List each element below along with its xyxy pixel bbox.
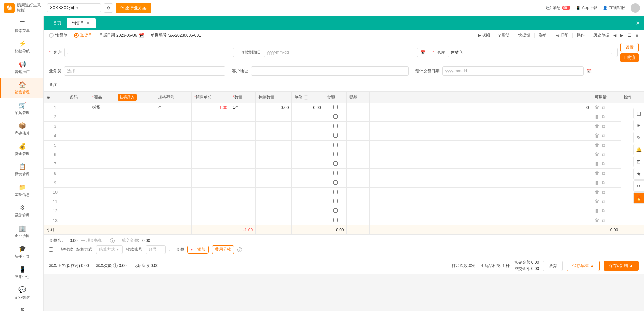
- list-view-btn[interactable]: ☰: [628, 33, 631, 38]
- float-btn-7[interactable]: ✂: [633, 180, 644, 192]
- avatar[interactable]: [631, 3, 640, 13]
- row-gift-checkbox[interactable]: [324, 188, 347, 197]
- print-btn[interactable]: 🖨 打印: [555, 32, 568, 38]
- radio-return[interactable]: 退货单: [74, 32, 92, 38]
- row-product[interactable]: [89, 122, 115, 131]
- customer-addr-input[interactable]: ...: [251, 66, 408, 76]
- note-input[interactable]: [60, 80, 639, 89]
- delete-icon[interactable]: 🗑: [595, 161, 599, 166]
- delete-icon[interactable]: 🗑: [595, 105, 599, 110]
- copy-icon[interactable]: ⧉: [602, 180, 605, 185]
- row-unit[interactable]: [155, 188, 191, 197]
- row-gift-checkbox[interactable]: [324, 197, 347, 206]
- global-settings-button[interactable]: ⚙: [104, 3, 113, 13]
- row-product[interactable]: [89, 159, 115, 169]
- row-unit[interactable]: [155, 178, 191, 188]
- row-amount[interactable]: [292, 216, 324, 225]
- delete-icon[interactable]: 🗑: [595, 218, 599, 223]
- row-qty[interactable]: [191, 206, 230, 216]
- expected-date-calendar-icon[interactable]: 📅: [586, 69, 592, 73]
- account-select[interactable]: 账号: [146, 245, 166, 254]
- row-pkg-qty[interactable]: [230, 216, 255, 225]
- delete-icon[interactable]: 🗑: [595, 208, 599, 213]
- row-amount[interactable]: [292, 206, 324, 216]
- float-btn-8[interactable]: 🔥: [633, 192, 644, 204]
- copy-icon[interactable]: ⧉: [602, 114, 605, 119]
- expected-date-input[interactable]: yyyy-mm-dd: [442, 66, 584, 76]
- row-qty[interactable]: [191, 169, 230, 178]
- float-btn-1[interactable]: ◫: [633, 108, 644, 119]
- row-amount[interactable]: [292, 178, 324, 188]
- row-qty[interactable]: [191, 159, 230, 169]
- row-pkg-qty[interactable]: [230, 131, 255, 141]
- row-spec[interactable]: [115, 178, 155, 188]
- row-spec[interactable]: [115, 141, 155, 150]
- tab-sale-order[interactable]: 销售单 ✕: [67, 18, 96, 28]
- company-selector[interactable]: XXXXXX公司 ▼: [47, 3, 101, 12]
- delete-icon[interactable]: 🗑: [595, 152, 599, 157]
- row-gift-checkbox[interactable]: [324, 122, 347, 131]
- shortcut-btn[interactable]: 快捷键: [518, 32, 530, 38]
- row-spec[interactable]: [115, 169, 155, 178]
- history-btn[interactable]: 历史单据: [593, 32, 609, 38]
- row-spec[interactable]: [115, 206, 155, 216]
- operation-btn[interactable]: 操作: [577, 32, 585, 38]
- row-amount[interactable]: [292, 112, 324, 122]
- app-download-button[interactable]: 📱 App下载: [576, 5, 597, 11]
- sidebar-item-search[interactable]: ☰ 搜索菜单: [0, 16, 43, 37]
- row-spec[interactable]: [115, 122, 155, 131]
- row-product[interactable]: [89, 112, 115, 122]
- row-unit-price[interactable]: [256, 169, 292, 178]
- row-qty[interactable]: [191, 131, 230, 141]
- row-unit-price[interactable]: [256, 216, 292, 225]
- row-pkg-qty[interactable]: [230, 178, 255, 188]
- row-gift-checkbox[interactable]: [324, 103, 347, 112]
- copy-icon[interactable]: ⧉: [602, 161, 605, 166]
- row-pkg-qty[interactable]: [230, 141, 255, 150]
- warehouse-input[interactable]: 建材仓 ...: [448, 48, 618, 57]
- delete-icon[interactable]: 🗑: [595, 114, 599, 119]
- row-product[interactable]: [89, 206, 115, 216]
- row-product[interactable]: [89, 141, 115, 150]
- row-product[interactable]: [89, 197, 115, 206]
- tab-close-icon[interactable]: ✕: [86, 20, 90, 26]
- row-unit-price[interactable]: [256, 112, 292, 122]
- expense-info-icon[interactable]: ?: [237, 247, 242, 252]
- row-spec[interactable]: [115, 103, 155, 112]
- row-amount[interactable]: [292, 188, 324, 197]
- tab-bar-close-icon[interactable]: ✕: [636, 20, 640, 26]
- copy-icon[interactable]: ⧉: [602, 199, 605, 204]
- video-btn[interactable]: ▶ 视频: [478, 32, 490, 38]
- help-btn[interactable]: ? 帮助: [498, 32, 510, 38]
- delete-icon[interactable]: 🗑: [595, 123, 599, 129]
- row-barcode[interactable]: [67, 197, 89, 206]
- copy-icon[interactable]: ⧉: [602, 142, 605, 148]
- row-qty[interactable]: [191, 188, 230, 197]
- salesperson-input[interactable]: 选择... ...: [64, 66, 225, 76]
- scan-button[interactable]: 扫码录入: [118, 94, 137, 101]
- row-gift-checkbox[interactable]: [324, 131, 347, 141]
- sidebar-item-enterprise[interactable]: 🏢 企业协同: [0, 221, 43, 242]
- row-unit[interactable]: [155, 112, 191, 122]
- row-gift-checkbox[interactable]: [324, 216, 347, 225]
- row-unit[interactable]: [155, 159, 191, 169]
- discard-button[interactable]: 放弃: [543, 261, 563, 271]
- row-barcode[interactable]: [67, 159, 89, 169]
- row-unit[interactable]: 个: [155, 103, 191, 112]
- row-qty[interactable]: [191, 178, 230, 188]
- delete-icon[interactable]: 🗑: [595, 170, 599, 176]
- row-unit-price[interactable]: [256, 150, 292, 159]
- row-gift-checkbox[interactable]: [324, 206, 347, 216]
- row-pkg-qty[interactable]: [230, 197, 255, 206]
- row-spec[interactable]: [115, 197, 155, 206]
- add-payment-button[interactable]: ● + 添加: [187, 246, 209, 254]
- row-unit[interactable]: [155, 150, 191, 159]
- row-pkg-qty[interactable]: [230, 169, 255, 178]
- float-btn-5[interactable]: ⊡: [633, 156, 644, 167]
- delete-icon[interactable]: 🗑: [595, 199, 599, 204]
- row-gift-checkbox[interactable]: [324, 159, 347, 169]
- float-btn-2[interactable]: ⊞: [633, 120, 644, 131]
- sidebar-item-sales[interactable]: 🏠 销售管理: [0, 78, 43, 98]
- row-barcode[interactable]: [67, 188, 89, 197]
- sidebar-item-quick-nav[interactable]: ⚡ 快捷导航: [0, 37, 43, 57]
